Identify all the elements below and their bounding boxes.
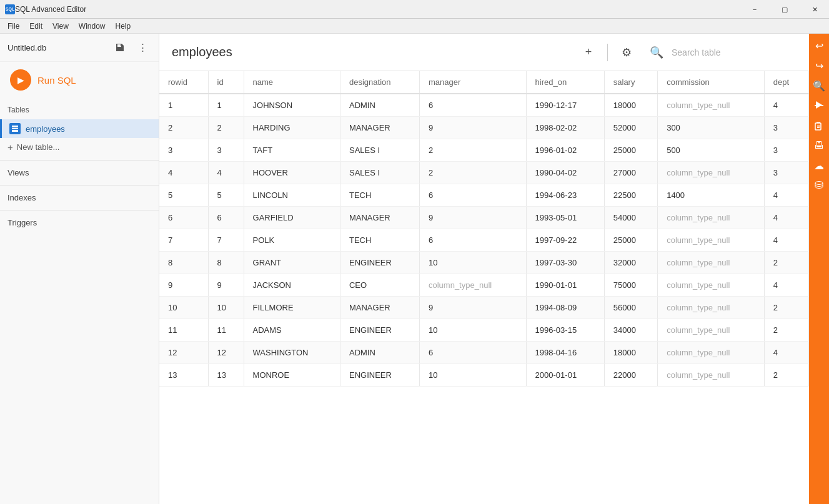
cell-manager[interactable]: 6 — [419, 184, 526, 207]
cell-dept[interactable]: 3 — [764, 139, 808, 162]
data-table-wrapper[interactable]: rowid id name designation manager hired_… — [159, 71, 809, 504]
paste-button[interactable] — [810, 116, 828, 135]
cell-rowid[interactable]: 10 — [159, 297, 208, 319]
table-row[interactable]: 1010FILLMOREMANAGER91994-08-0956000colum… — [159, 297, 809, 319]
sidebar-item-views[interactable]: Views — [0, 164, 159, 181]
search-input[interactable] — [672, 47, 797, 57]
cell-rowid[interactable]: 12 — [159, 342, 208, 364]
cell-name[interactable]: LINCOLN — [244, 184, 340, 207]
cell-rowid[interactable]: 2 — [159, 117, 208, 139]
close-button[interactable]: ✕ — [800, 0, 829, 19]
cell-dept[interactable]: 2 — [764, 297, 808, 319]
cell-manager[interactable]: 9 — [419, 207, 526, 229]
cell-commission[interactable]: column_type_null — [658, 229, 765, 252]
cell-hired_on[interactable]: 1996-01-02 — [526, 139, 604, 162]
cell-salary[interactable]: 27000 — [604, 162, 657, 184]
cell-rowid[interactable]: 4 — [159, 162, 208, 184]
add-table-row[interactable]: + New table... — [0, 138, 159, 156]
cell-id[interactable]: 11 — [208, 319, 244, 342]
cell-dept[interactable]: 4 — [764, 342, 808, 364]
cell-commission[interactable]: column_type_null — [658, 364, 765, 387]
cell-dept[interactable]: 2 — [764, 252, 808, 274]
cell-dept[interactable]: 2 — [764, 364, 808, 387]
cell-id[interactable]: 6 — [208, 207, 244, 229]
table-row[interactable]: 77POLKTECH61997-09-2225000column_type_nu… — [159, 229, 809, 252]
cell-manager[interactable]: 6 — [419, 229, 526, 252]
cell-salary[interactable]: 56000 — [604, 297, 657, 319]
database-button[interactable] — [810, 176, 828, 195]
cell-commission[interactable]: column_type_null — [658, 274, 765, 297]
cell-hired_on[interactable]: 2000-01-01 — [526, 364, 604, 387]
upload-button[interactable]: ☁ — [810, 156, 828, 175]
cell-designation[interactable]: MANAGER — [340, 117, 419, 139]
cell-designation[interactable]: ENGINEER — [340, 364, 419, 387]
cell-rowid[interactable]: 13 — [159, 364, 208, 387]
cell-salary[interactable]: 25000 — [604, 139, 657, 162]
sidebar-item-triggers[interactable]: Triggers — [0, 214, 159, 231]
cell-commission[interactable]: column_type_null — [658, 94, 765, 117]
menu-window[interactable]: Window — [74, 21, 111, 32]
cell-hired_on[interactable]: 1994-08-09 — [526, 297, 604, 319]
settings-button[interactable]: ⚙ — [615, 41, 638, 64]
cell-rowid[interactable]: 5 — [159, 184, 208, 207]
cell-dept[interactable]: 3 — [764, 162, 808, 184]
cell-id[interactable]: 5 — [208, 184, 244, 207]
cell-manager[interactable]: 2 — [419, 139, 526, 162]
sidebar-item-employees[interactable]: employees — [0, 119, 159, 138]
cell-hired_on[interactable]: 1994-06-23 — [526, 184, 604, 207]
cell-salary[interactable]: 52000 — [604, 117, 657, 139]
cell-designation[interactable]: SALES I — [340, 139, 419, 162]
table-row[interactable]: 66GARFIELDMANAGER91993-05-0154000column_… — [159, 207, 809, 229]
print-button[interactable]: 🖶 — [810, 136, 828, 155]
cell-salary[interactable]: 54000 — [604, 207, 657, 229]
cell-designation[interactable]: TECH — [340, 184, 419, 207]
cell-name[interactable]: GARFIELD — [244, 207, 340, 229]
cell-commission[interactable]: 1400 — [658, 184, 765, 207]
table-row[interactable]: 55LINCOLNTECH61994-06-232250014004 — [159, 184, 809, 207]
cell-designation[interactable]: MANAGER — [340, 207, 419, 229]
cell-salary[interactable]: 18000 — [604, 94, 657, 117]
cell-rowid[interactable]: 8 — [159, 252, 208, 274]
cell-name[interactable]: GRANT — [244, 252, 340, 274]
table-row[interactable]: 88GRANTENGINEER101997-03-3032000column_t… — [159, 252, 809, 274]
table-row[interactable]: 1111ADAMSENGINEER101996-03-1534000column… — [159, 319, 809, 342]
cell-dept[interactable]: 4 — [764, 94, 808, 117]
cell-name[interactable]: JACKSON — [244, 274, 340, 297]
cell-rowid[interactable]: 11 — [159, 319, 208, 342]
cell-name[interactable]: HARDING — [244, 117, 340, 139]
cell-hired_on[interactable]: 1998-02-02 — [526, 117, 604, 139]
cell-salary[interactable]: 18000 — [604, 342, 657, 364]
cell-manager[interactable]: 6 — [419, 342, 526, 364]
cell-name[interactable]: ADAMS — [244, 319, 340, 342]
cell-id[interactable]: 2 — [208, 117, 244, 139]
cell-name[interactable]: MONROE — [244, 364, 340, 387]
cell-id[interactable]: 4 — [208, 162, 244, 184]
cell-id[interactable]: 10 — [208, 297, 244, 319]
cell-dept[interactable]: 2 — [764, 319, 808, 342]
cell-rowid[interactable]: 7 — [159, 229, 208, 252]
add-row-button[interactable]: + — [577, 41, 600, 64]
zoom-search-button[interactable]: 🔍 — [810, 76, 828, 95]
maximize-button[interactable]: ▢ — [770, 0, 799, 19]
menu-file[interactable]: File — [2, 21, 24, 32]
cell-commission[interactable]: 300 — [658, 117, 765, 139]
cell-manager[interactable]: 9 — [419, 297, 526, 319]
cell-rowid[interactable]: 6 — [159, 207, 208, 229]
cell-salary[interactable]: 34000 — [604, 319, 657, 342]
cell-salary[interactable]: 22500 — [604, 184, 657, 207]
cell-commission[interactable]: column_type_null — [658, 297, 765, 319]
cell-designation[interactable]: SALES I — [340, 162, 419, 184]
table-row[interactable]: 33TAFTSALES I21996-01-02250005003 — [159, 139, 809, 162]
cell-dept[interactable]: 4 — [764, 229, 808, 252]
cell-name[interactable]: POLK — [244, 229, 340, 252]
menu-edit[interactable]: Edit — [24, 21, 47, 32]
table-row[interactable]: 1212WASHINGTONADMIN61998-04-1618000colum… — [159, 342, 809, 364]
cell-salary[interactable]: 75000 — [604, 274, 657, 297]
table-row[interactable]: 22HARDINGMANAGER91998-02-02520003003 — [159, 117, 809, 139]
undo-button[interactable]: ↩ — [810, 36, 828, 55]
cell-dept[interactable]: 4 — [764, 274, 808, 297]
cell-designation[interactable]: ENGINEER — [340, 252, 419, 274]
sidebar-item-indexes[interactable]: Indexes — [0, 189, 159, 206]
more-options-button[interactable]: ⋮ — [134, 39, 151, 56]
cut-button[interactable] — [810, 96, 828, 115]
